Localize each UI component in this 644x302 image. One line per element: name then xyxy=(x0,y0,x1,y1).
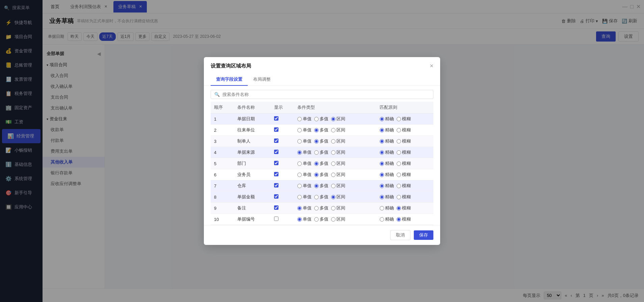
radio-single-2[interactable]: 单值 xyxy=(297,127,312,133)
dialog-search-input[interactable] xyxy=(222,92,430,97)
radio-fuzzy-6[interactable]: 模糊 xyxy=(397,172,411,178)
dialog-search-box[interactable]: 🔍 xyxy=(211,90,433,99)
show-checkbox-7[interactable] xyxy=(274,183,278,187)
radio-exact-6[interactable]: 精确 xyxy=(380,172,394,178)
radio-single-9[interactable]: 单值 xyxy=(297,205,312,211)
row-type-2[interactable]: 单值 多值 区间 xyxy=(294,125,376,136)
radio-range-5[interactable]: 区间 xyxy=(331,160,345,167)
radio-exact-9[interactable]: 精确 xyxy=(380,205,394,211)
row-show-1[interactable] xyxy=(271,114,294,125)
radio-exact-2[interactable]: 精确 xyxy=(380,127,394,133)
row-match-5[interactable]: 精确 模糊 xyxy=(376,158,433,169)
row-type-9[interactable]: 单值 多值 区间 xyxy=(294,203,376,214)
radio-multi-2[interactable]: 多值 xyxy=(314,127,328,133)
radio-multi-10[interactable]: 多值 xyxy=(314,216,328,222)
dialog-close-button[interactable]: × xyxy=(430,62,433,70)
radio-range-9[interactable]: 区间 xyxy=(331,205,345,211)
radio-multi-3[interactable]: 多值 xyxy=(314,138,328,144)
show-checkbox-1[interactable] xyxy=(274,116,278,121)
row-type-5[interactable]: 单值 多值 区间 xyxy=(294,158,376,169)
show-checkbox-8[interactable] xyxy=(274,194,278,199)
show-checkbox-2[interactable] xyxy=(274,127,278,132)
row-type-3[interactable]: 单值 多值 区间 xyxy=(294,136,376,147)
row-match-4[interactable]: 精确 模糊 xyxy=(376,147,433,158)
row-type-8[interactable]: 单值 多值 区间 xyxy=(294,192,376,203)
row-show-9[interactable] xyxy=(271,203,294,214)
radio-single-7[interactable]: 单值 xyxy=(297,183,312,189)
radio-single-8[interactable]: 单值 xyxy=(297,194,312,200)
row-match-6[interactable]: 精确 模糊 xyxy=(376,169,433,180)
radio-multi-4[interactable]: 多值 xyxy=(314,149,328,155)
row-type-10[interactable]: 单值 多值 区间 xyxy=(294,214,376,225)
radio-range-7[interactable]: 区间 xyxy=(331,183,345,189)
radio-fuzzy-4[interactable]: 模糊 xyxy=(397,149,411,155)
row-show-7[interactable] xyxy=(271,180,294,192)
radio-exact-5[interactable]: 精确 xyxy=(380,160,394,167)
radio-range-2[interactable]: 区间 xyxy=(331,127,345,133)
radio-fuzzy-3[interactable]: 模糊 xyxy=(397,138,411,144)
radio-range-6[interactable]: 区间 xyxy=(331,172,345,178)
radio-fuzzy-2[interactable]: 模糊 xyxy=(397,127,411,133)
radio-fuzzy-8[interactable]: 模糊 xyxy=(397,194,411,200)
radio-exact-8[interactable]: 精确 xyxy=(380,194,394,200)
row-match-10[interactable]: 精确 模糊 xyxy=(376,214,433,225)
radio-exact-1[interactable]: 精确 xyxy=(380,116,394,122)
radio-multi-7[interactable]: 多值 xyxy=(314,183,328,189)
radio-fuzzy-1[interactable]: 模糊 xyxy=(397,116,411,122)
save-button[interactable]: 保存 xyxy=(414,230,433,240)
row-show-3[interactable] xyxy=(271,136,294,147)
radio-single-5[interactable]: 单值 xyxy=(297,160,312,167)
show-checkbox-10[interactable] xyxy=(274,217,278,221)
dialog-tab-query-fields[interactable]: 查询字段设置 xyxy=(211,74,248,86)
radio-single-6[interactable]: 单值 xyxy=(297,172,312,178)
row-show-10[interactable] xyxy=(271,214,294,225)
row-show-2[interactable] xyxy=(271,125,294,136)
show-checkbox-3[interactable] xyxy=(274,139,278,143)
row-name-2: 往来单位 xyxy=(234,125,270,136)
show-checkbox-5[interactable] xyxy=(274,161,278,165)
row-show-5[interactable] xyxy=(271,158,294,169)
radio-multi-8[interactable]: 多值 xyxy=(314,194,328,200)
radio-exact-7[interactable]: 精确 xyxy=(380,183,394,189)
radio-range-3[interactable]: 区间 xyxy=(331,138,345,144)
radio-single-1[interactable]: 单值 xyxy=(297,116,312,122)
radio-single-3[interactable]: 单值 xyxy=(297,138,312,144)
radio-multi-5[interactable]: 多值 xyxy=(314,160,328,167)
radio-fuzzy-7[interactable]: 模糊 xyxy=(397,183,411,189)
radio-fuzzy-10[interactable]: 模糊 xyxy=(397,216,411,222)
radio-range-10[interactable]: 区间 xyxy=(331,216,345,222)
radio-exact-10[interactable]: 精确 xyxy=(380,216,394,222)
radio-range-8[interactable]: 区间 xyxy=(331,194,345,200)
radio-fuzzy-5[interactable]: 模糊 xyxy=(397,160,411,167)
radio-multi-1[interactable]: 多值 xyxy=(314,116,328,122)
row-match-1[interactable]: 精确 模糊 xyxy=(376,114,433,125)
show-checkbox-4[interactable] xyxy=(274,150,278,154)
row-type-1[interactable]: 单值 多值 区间 xyxy=(294,114,376,125)
radio-range-1[interactable]: 区间 xyxy=(331,116,345,122)
radio-multi-9[interactable]: 多值 xyxy=(314,205,328,211)
radio-single-10[interactable]: 单值 xyxy=(297,216,312,222)
row-show-8[interactable] xyxy=(271,192,294,203)
row-match-7[interactable]: 精确 模糊 xyxy=(376,180,433,192)
row-show-4[interactable] xyxy=(271,147,294,158)
row-type-7[interactable]: 单值 多值 区间 xyxy=(294,180,376,192)
radio-multi-6[interactable]: 多值 xyxy=(314,172,328,178)
radio-single-4[interactable]: 单值 xyxy=(297,149,312,155)
radio-exact-3[interactable]: 精确 xyxy=(380,138,394,144)
row-match-8[interactable]: 精确 模糊 xyxy=(376,192,433,203)
row-type-6[interactable]: 单值 多值 区间 xyxy=(294,169,376,180)
row-type-4[interactable]: 单值 多值 区间 xyxy=(294,147,376,158)
row-name-4: 单据来源 xyxy=(234,147,270,158)
row-show-6[interactable] xyxy=(271,169,294,180)
show-checkbox-9[interactable] xyxy=(274,205,278,210)
col-header-显示: 显示 xyxy=(271,102,294,114)
radio-range-4[interactable]: 区间 xyxy=(331,149,345,155)
radio-exact-4[interactable]: 精确 xyxy=(380,149,394,155)
radio-fuzzy-9[interactable]: 模糊 xyxy=(397,205,411,211)
row-match-3[interactable]: 精确 模糊 xyxy=(376,136,433,147)
dialog-tab-layout-adjust[interactable]: 布局调整 xyxy=(248,74,276,86)
row-match-9[interactable]: 精确 模糊 xyxy=(376,203,433,214)
row-match-2[interactable]: 精确 模糊 xyxy=(376,125,433,136)
cancel-button[interactable]: 取消 xyxy=(390,230,410,240)
show-checkbox-6[interactable] xyxy=(274,172,278,176)
